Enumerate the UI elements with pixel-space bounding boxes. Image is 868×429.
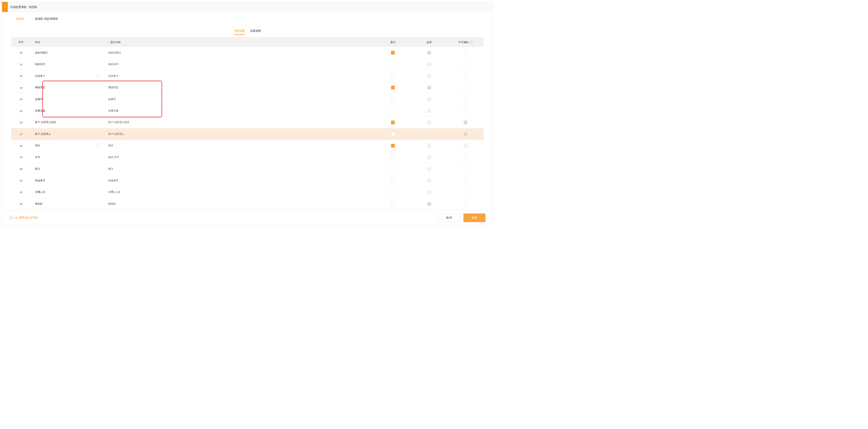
cell-required [411,47,447,58]
table-row: 14发票号发票号 [11,93,484,105]
cell-required [411,128,447,140]
help-icon[interactable]: ? [9,216,13,220]
checkbox-show[interactable] [391,109,395,113]
add-child-button[interactable]: + [95,74,100,78]
table-row: 21快递单号快递单号 [11,175,484,186]
cell-readonly [447,198,484,209]
area-tab-0[interactable]: 表头区 [11,15,30,24]
checkbox-required [427,120,431,124]
cell-required [411,175,447,186]
col-header-seq: 序号 [11,38,31,47]
chevron-right-double-icon [3,5,6,9]
cell-display-name[interactable]: 预收款 [103,198,375,209]
checkbox-readonly[interactable] [464,155,467,159]
checkbox-show[interactable] [391,86,395,89]
cancel-button[interactable]: 取消 [438,213,460,222]
cell-required [411,151,447,163]
cell-readonly [447,82,484,93]
cell-display-name[interactable]: 收款条件 [103,59,375,70]
col-header-show: 显示 [375,38,411,47]
cell-seq: 21 [11,175,31,186]
cell-column-name: 备注 [31,163,103,175]
checkbox-show[interactable] [391,155,395,159]
cell-display-name[interactable]: 发票金额 [103,105,375,116]
checkbox-readonly[interactable] [464,179,467,182]
cell-display-name[interactable]: 客户.主联系人电话 [103,117,375,128]
checkbox-show[interactable] [391,62,395,66]
cell-show [375,105,411,116]
checkbox-required [427,97,431,101]
checkbox-show[interactable] [391,51,395,54]
expand-sidebar-button[interactable] [2,2,8,12]
cell-required [411,117,447,128]
checkbox-required [427,51,431,54]
checkbox-show[interactable] [391,74,395,78]
table-row: 15发票金额发票金额 [11,105,484,116]
checkbox-show[interactable] [391,120,395,124]
cell-display-name[interactable]: 结算客户 [103,70,375,82]
required-asterisk: * [108,41,109,44]
cell-required [411,163,447,175]
cell-seq: 14 [11,93,31,105]
checkbox-show[interactable] [391,190,395,194]
checkbox-readonly[interactable] [464,97,467,101]
cell-display-name[interactable]: 步骤1人员 [103,187,375,198]
sub-tab-0[interactable]: 字段设置 [234,29,245,35]
manage-custom-fields-link[interactable]: ⚙ 管理自定义字段 [15,216,38,220]
cell-display-name[interactable]: 备注 [103,163,375,175]
help-icon[interactable]: ? [470,40,473,44]
cell-column-name: 步骤人员 [31,187,103,198]
cell-display-name[interactable]: 客户.主联系人 [103,128,375,140]
checkbox-readonly [464,144,467,147]
checkbox-readonly[interactable] [464,190,467,194]
cell-display-name[interactable]: 发票号 [103,93,375,105]
cell-column-name: 发票号 [31,93,103,105]
checkbox-readonly [464,132,467,136]
cell-column-name: 票据类型 [31,82,103,93]
cell-display-name[interactable]: 快递单号 [103,175,375,186]
gear-icon: ⚙ [15,216,18,220]
cell-column-name: 快递单号 [31,175,103,186]
table-row: 12结算客户+结算客户 [11,70,484,82]
table-row: 16客户.主联系人电话客户.主联系人电话 [11,117,484,128]
checkbox-show[interactable] [391,179,395,182]
checkbox-readonly[interactable] [464,202,467,206]
checkbox-readonly[interactable] [464,86,467,89]
add-child-button[interactable]: + [95,143,100,148]
sub-tab-1[interactable]: 布局调整 [250,29,261,35]
cell-required [411,198,447,209]
cell-column-name: 收款到期日 [31,47,103,58]
checkbox-show[interactable] [391,144,395,147]
table-row: 22步骤人员步骤1人员 [11,187,484,198]
checkbox-show[interactable] [391,97,395,101]
checkbox-readonly[interactable] [464,109,467,113]
cell-display-name[interactable]: 项目.车号 [103,151,375,163]
cell-seq: 23 [11,198,31,209]
cell-seq: 10 [11,47,31,58]
checkbox-required [427,74,431,78]
checkbox-readonly[interactable] [464,74,467,78]
checkbox-show[interactable] [391,202,395,206]
cell-readonly [447,59,484,70]
page-header: 当前设置单据：销货单 [2,2,493,12]
table-row: 10收款到期日收款到期日 [11,47,484,58]
cell-readonly [447,117,484,128]
checkbox-show[interactable] [391,167,395,171]
cell-display-name[interactable]: 项目 [103,140,375,151]
cell-readonly [447,47,484,58]
cell-display-name[interactable]: 收款到期日 [103,47,375,58]
cell-required [411,82,447,93]
checkbox-show[interactable] [391,132,395,136]
save-button[interactable]: 保存 [463,213,486,222]
footer-bar: ? ⚙ 管理自定义字段 取消 保存 [2,211,493,225]
checkbox-readonly[interactable] [464,167,467,171]
checkbox-readonly[interactable] [464,62,467,66]
cell-display-name[interactable]: 票据类型 [103,82,375,93]
cell-seq: 15 [11,105,31,116]
cell-show [375,93,411,105]
checkbox-readonly[interactable] [464,51,467,54]
sub-tabs: 字段设置布局调整 [11,29,484,35]
area-tab-1[interactable]: 表体区-销货单明细 [30,15,63,24]
checkbox-required [427,132,431,136]
col-header-readonly: 不可编辑 ? [447,38,484,47]
